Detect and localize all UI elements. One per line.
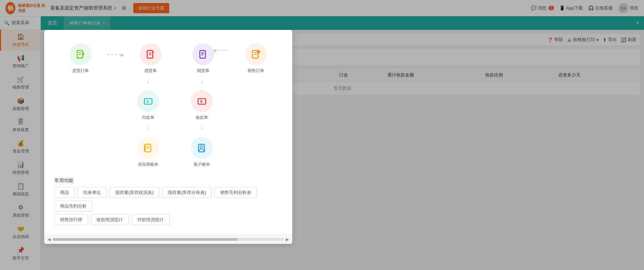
flow-payment-bill[interactable]: ¥ 付款单 bbox=[122, 87, 175, 124]
supplier-ledger-icon bbox=[137, 137, 159, 159]
func-sales-margin[interactable]: 销售毛利分析表 bbox=[214, 187, 257, 198]
flow-sales-bill[interactable]: 销货单 bbox=[177, 40, 230, 77]
svg-point-24 bbox=[200, 146, 203, 148]
flow-receipt-bill[interactable]: ¥ 收款单 bbox=[175, 87, 229, 124]
flow-customer-ledger[interactable]: 客户账本 bbox=[175, 134, 229, 171]
func-contacts[interactable]: 往来单位 bbox=[77, 187, 107, 198]
func-goods[interactable]: 商品 bbox=[54, 187, 75, 198]
func-sales-rank[interactable]: 销售排行榜 bbox=[54, 214, 88, 225]
supplier-ledger-label: 供应商账本 bbox=[138, 162, 158, 167]
common-section-title: 常用功能 bbox=[54, 178, 282, 184]
flow-supplier-ledger[interactable]: 供应商账本 bbox=[122, 134, 175, 171]
popup-scrollbar: ◀ ▶ bbox=[44, 235, 292, 244]
svg-text:¥: ¥ bbox=[146, 100, 149, 104]
func-stock-status[interactable]: 现存量(库存状况表) bbox=[109, 187, 159, 198]
func-goods-margin[interactable]: 商品毛利分析 bbox=[54, 201, 92, 212]
flow-sales-order[interactable]: ◀ ! 销售订单 bbox=[229, 40, 282, 77]
purchase-order-label: 进货订单 bbox=[72, 68, 89, 74]
scroll-track[interactable] bbox=[53, 238, 284, 241]
overlay[interactable]: 进货订单 ▶ bbox=[0, 0, 644, 270]
flow-purchase-bill[interactable]: 进货单 bbox=[124, 40, 177, 77]
flow-purchase-order[interactable]: 进货订单 bbox=[54, 40, 107, 77]
receipt-bill-label: 收款单 bbox=[196, 115, 208, 121]
func-receipt-stats[interactable]: 收款情况统计 bbox=[91, 214, 129, 225]
sales-bill-label: 销货单 bbox=[197, 68, 209, 74]
purchase-bill-label: 进货单 bbox=[144, 68, 157, 74]
function-btns-row2: 销售排行榜 收款情况统计 付款情况统计 bbox=[54, 214, 282, 225]
payment-bill-label: 付款单 bbox=[142, 115, 154, 121]
scroll-left-icon[interactable]: ◀ bbox=[48, 237, 51, 242]
customer-ledger-label: 客户账本 bbox=[194, 162, 210, 167]
flow-section: 进货订单 ▶ bbox=[44, 30, 292, 178]
arrow-down-supplier: ↓ bbox=[122, 124, 175, 134]
arrow-down-payment: ↓ bbox=[122, 77, 175, 87]
sales-bill-icon bbox=[192, 43, 214, 65]
receipt-bill-icon: ¥ bbox=[191, 90, 213, 112]
function-btns-row1: 商品 往来单位 现存量(库存状况表) 现存量(库存分布表) 销售毛利分析表 商品… bbox=[54, 187, 282, 212]
svg-text:¥: ¥ bbox=[200, 100, 203, 104]
popup-panel: 进货订单 ▶ bbox=[44, 30, 292, 244]
arrow-down-customer: ↓ bbox=[175, 124, 229, 134]
purchase-order-icon bbox=[70, 43, 91, 65]
purchase-bill-icon bbox=[140, 43, 161, 65]
payment-bill-icon: ¥ bbox=[137, 90, 159, 112]
func-payment-stats[interactable]: 付款情况统计 bbox=[132, 214, 170, 225]
svg-text:!: ! bbox=[258, 51, 258, 54]
svg-rect-6 bbox=[200, 51, 205, 58]
svg-rect-20 bbox=[144, 145, 146, 151]
sales-order-icon: ! bbox=[245, 43, 267, 65]
svg-rect-3 bbox=[147, 51, 153, 58]
func-stock-dist[interactable]: 现存量(库存分布表) bbox=[162, 187, 212, 198]
common-section: 常用功能 商品 往来单位 现存量(库存状况表) 现存量(库存分布表) 销售毛利分… bbox=[44, 178, 292, 235]
customer-ledger-icon bbox=[191, 137, 213, 159]
scroll-thumb bbox=[53, 238, 238, 241]
arrow-1: ▶ bbox=[107, 52, 124, 66]
svg-point-13 bbox=[257, 50, 260, 54]
arrow-down-receipt: ↓ bbox=[175, 77, 229, 87]
scroll-right-icon[interactable]: ▶ bbox=[286, 237, 289, 242]
sales-order-label: 销售订单 bbox=[248, 68, 264, 74]
